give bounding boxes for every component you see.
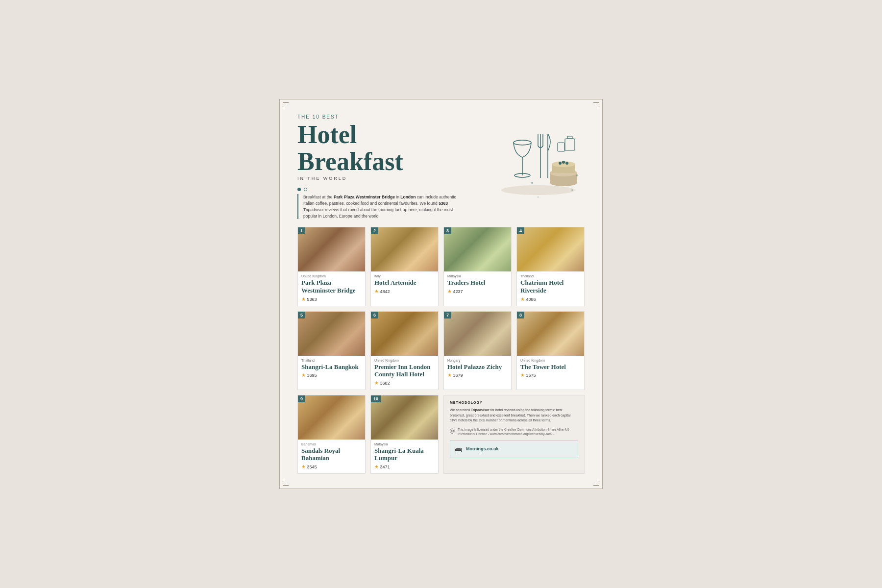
svg-point-16 (531, 182, 533, 184)
header-text-block: THE 10 BEST Hotel Breakfast IN THE WORLD… (297, 114, 487, 219)
rating-10: ★ 3471 (374, 464, 435, 469)
hotel-name-9: Sandals Royal Bahamian (301, 447, 362, 462)
card-body-3: Malaysia Traders Hotel ★ 4237 (444, 271, 511, 298)
hotels-grid: 1 United Kingdom Park Plaza Westminster … (297, 227, 585, 390)
rating-2: ★ 4842 (374, 289, 435, 294)
mornings-row: 🛏 Mornings.co.uk (450, 441, 578, 458)
rating-6: ★ 3682 (374, 380, 435, 386)
hotel-card-9: 9 Bahamas Sandals Royal Bahamian ★ 3545 (297, 395, 366, 474)
country-3: Malaysia (447, 274, 508, 278)
dot-active (297, 188, 301, 191)
hotel-card-6: 6 United Kingdom Premier Inn London Coun… (370, 311, 439, 390)
country-6: United Kingdom (374, 359, 435, 362)
hotel-image-7 (444, 312, 511, 356)
card-body-4: Thailand Chatrium Hotel Riverside ★ 4086 (517, 271, 584, 305)
mornings-icon: 🛏 (454, 443, 462, 455)
svg-point-13 (559, 162, 562, 165)
rating-7: ★ 3679 (447, 372, 508, 378)
country-4: Thailand (520, 274, 581, 278)
cc-text: This image is licensed under the Creativ… (458, 427, 578, 437)
methodology-title: METHODOLOGY (450, 400, 578, 406)
corner-tr (593, 102, 599, 108)
hotel-card-5: 5 Thailand Shangri-La Bangkok ★ 3695 (297, 311, 366, 390)
hotel-name-6: Premier Inn London County Hall Hotel (374, 363, 435, 378)
hotel-name-5: Shangri-La Bangkok (301, 363, 362, 371)
dots-indicator (297, 188, 487, 191)
card-body-2: Italy Hotel Artemide ★ 4842 (371, 271, 438, 298)
title-line2: Breakfast (297, 147, 403, 175)
corner-tl (283, 102, 289, 108)
hotel-name-4: Chatrium Hotel Riverside (520, 279, 581, 294)
hotel-name-8: The Tower Hotel (520, 363, 581, 371)
hotel-card-1: 1 United Kingdom Park Plaza Westminster … (297, 227, 366, 306)
hotel-card-2: 2 Italy Hotel Artemide ★ 4842 (370, 227, 439, 306)
rank-badge-5: 5 (298, 312, 305, 318)
card-body-1: United Kingdom Park Plaza Westminster Br… (298, 271, 365, 305)
mornings-link[interactable]: Mornings.co.uk (466, 446, 499, 453)
country-2: Italy (374, 274, 435, 278)
rating-9: ★ 3545 (301, 464, 362, 469)
rating-3: ★ 4237 (447, 289, 508, 294)
svg-rect-20 (567, 136, 572, 139)
svg-point-14 (562, 161, 565, 164)
corner-br (593, 480, 599, 486)
cc-icon: 🅭 (450, 427, 455, 436)
hotel-image-5 (298, 312, 365, 356)
hotel-card-3: 3 Malaysia Traders Hotel ★ 4237 (443, 227, 512, 306)
dot-inactive (304, 188, 307, 191)
rating-5: ★ 3695 (301, 372, 362, 378)
bottom-row: 9 Bahamas Sandals Royal Bahamian ★ 3545 … (297, 395, 585, 474)
subtitle-label: IN THE WORLD (297, 176, 487, 181)
rank-badge-2: 2 (371, 227, 378, 234)
card-body-5: Thailand Shangri-La Bangkok ★ 3695 (298, 356, 365, 382)
hotel-name-2: Hotel Artemide (374, 279, 435, 287)
card-body-10: Malaysia Shangri-La Kuala Lumpur ★ 3471 (371, 440, 438, 473)
rank-badge-3: 3 (444, 227, 451, 234)
hotel-image-1 (298, 227, 365, 271)
hotel-name-10: Shangri-La Kuala Lumpur (374, 447, 435, 462)
rating-4: ★ 4086 (520, 296, 581, 302)
country-9: Bahamas (301, 442, 362, 446)
hotel-card-8: 8 United Kingdom The Tower Hotel ★ 3575 (516, 311, 585, 390)
description-text: Breakfast at the Park Plaza Westminster … (297, 194, 464, 219)
the-10-best-label: THE 10 BEST (297, 114, 487, 120)
hotel-card-7: 7 Hungary Hotel Palazzo Zichy ★ 3679 (443, 311, 512, 390)
hotel-name-7: Hotel Palazzo Zichy (447, 363, 508, 371)
rank-badge-9: 9 (298, 395, 305, 402)
infographic-container: THE 10 BEST Hotel Breakfast IN THE WORLD… (279, 99, 603, 489)
methodology-text: We searched Tripadvisor for hotel review… (450, 408, 578, 423)
hotel-card-4: 4 Thailand Chatrium Hotel Riverside ★ 40… (516, 227, 585, 306)
hotel-image-2 (371, 227, 438, 271)
rank-badge-8: 8 (517, 312, 524, 318)
svg-point-15 (565, 162, 568, 165)
country-7: Hungary (447, 359, 508, 362)
card-body-9: Bahamas Sandals Royal Bahamian ★ 3545 (298, 440, 365, 473)
rating-8: ★ 3575 (520, 372, 581, 378)
corner-bl (283, 480, 289, 486)
svg-point-17 (576, 174, 578, 176)
methodology-box: METHODOLOGY We searched Tripadvisor for … (443, 395, 585, 474)
svg-point-0 (501, 185, 575, 195)
country-5: Thailand (301, 359, 362, 362)
breakfast-illustration-svg (489, 119, 582, 197)
hotel-image-10 (371, 395, 438, 440)
hotel-image-4 (517, 227, 584, 271)
card-body-8: United Kingdom The Tower Hotel ★ 3575 (517, 356, 584, 382)
hotel-image-6 (371, 312, 438, 356)
svg-point-18 (571, 189, 573, 191)
rank-badge-10: 10 (371, 395, 381, 402)
cc-attribution: 🅭 This image is licensed under the Creat… (450, 427, 578, 437)
card-body-7: Hungary Hotel Palazzo Zichy ★ 3679 (444, 356, 511, 382)
card-body-6: United Kingdom Premier Inn London County… (371, 356, 438, 390)
hotel-name-1: Park Plaza Westminster Bridge (301, 279, 362, 294)
country-8: United Kingdom (520, 359, 581, 362)
svg-rect-19 (565, 139, 575, 150)
title-line1: Hotel (297, 121, 357, 148)
svg-rect-21 (558, 143, 564, 151)
main-title: Hotel Breakfast (297, 122, 487, 175)
hotel-name-3: Traders Hotel (447, 279, 508, 287)
hotel-image-8 (517, 312, 584, 356)
hotel-image-3 (444, 227, 511, 271)
rank-badge-7: 7 (444, 312, 451, 318)
svg-point-1 (514, 140, 531, 145)
